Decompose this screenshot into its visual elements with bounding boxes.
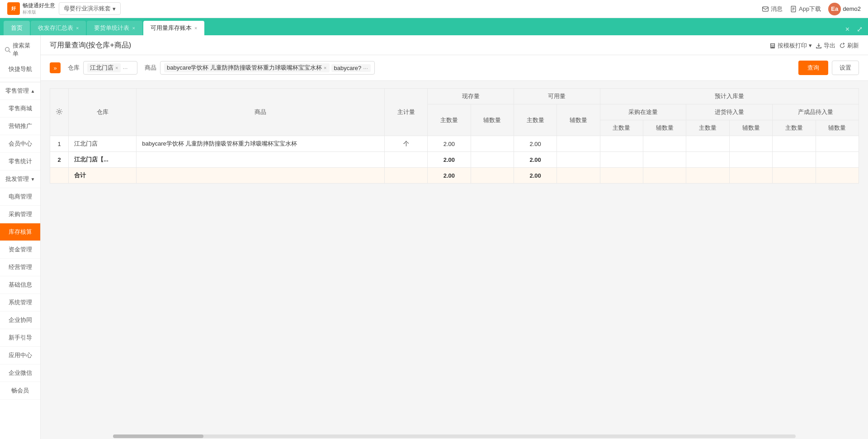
sidebar-search-button[interactable]: 搜索菜单 [0, 39, 40, 61]
col-forecast-group-header: 预计入库量 [600, 89, 859, 104]
col-goods-in-main-header: 主数量 [686, 120, 729, 136]
cell-unit-2 [384, 152, 427, 168]
logo-icon: 好 [7, 2, 20, 15]
sidebar-item-system[interactable]: 系统管理 [0, 294, 40, 312]
export-button[interactable]: 导出 [816, 42, 835, 50]
col-goods-inbound-header: 进货待入量 [686, 104, 773, 120]
maximize-window-button[interactable]: ⤢ [855, 25, 864, 33]
sidebar-new-guide-label: 新手引导 [9, 334, 32, 342]
sidebar-retail-mgmt-arrow: ▲ [31, 89, 35, 94]
warehouse-tag: 江北门店 × [87, 63, 121, 72]
total-avail-aux [557, 168, 600, 184]
product-tag-1-remove[interactable]: × [324, 65, 326, 71]
sidebar-vip-label: 畅会员 [11, 387, 29, 395]
total-gi-main [686, 168, 729, 184]
product-filter-group: 商品 babycare学饮杯 儿童防摔防撞吸管杯重力球吸嘴杯宝宝水杯 × bab… [145, 61, 375, 75]
cell-pur-trans-aux-1 [643, 136, 686, 152]
total-pi-main [773, 168, 816, 184]
tab-order-stats-close[interactable]: × [132, 25, 135, 31]
tab-available-stock-close[interactable]: × [194, 25, 197, 31]
refresh-button[interactable]: 刷新 [839, 42, 859, 50]
warehouse-filter-label: 仓库 [68, 64, 80, 72]
sidebar-item-enterprise[interactable]: 企业协同 [0, 312, 40, 329]
app-download-button[interactable]: App下载 [790, 5, 821, 13]
cell-avail-main-1: 2.00 [514, 136, 557, 152]
sidebar-item-purchase[interactable]: 采购管理 [0, 206, 40, 223]
scrollbar-thumb[interactable] [113, 434, 203, 438]
logo-area: 好 畅捷通好生意 标准版 [7, 2, 55, 15]
sidebar-item-wholesale-mgmt[interactable]: 批发管理 ▼ [0, 170, 40, 188]
tab-receive-summary-close[interactable]: × [76, 25, 79, 31]
template-print-button[interactable]: 按模板打印 ▾ [769, 42, 812, 50]
filter-toggle-button[interactable]: » [50, 62, 61, 73]
filter-toggle-icon: » [53, 65, 57, 71]
total-label: 合计 [69, 168, 137, 184]
tab-order-stats[interactable]: 要货单统计表 × [87, 21, 142, 35]
sidebar-app-center-label: 应用中心 [9, 351, 32, 359]
total-gi-aux [729, 168, 772, 184]
cell-pur-trans-aux-2 [643, 152, 686, 168]
warehouse-more[interactable]: ··· [123, 65, 127, 71]
col-settings [50, 89, 69, 136]
sidebar-nav: 零售管理 ▲ 零售商城 营销推广 会员中心 零售统计 批发管理 ▼ 电商管理 [0, 82, 40, 400]
sidebar-item-retail-stats[interactable]: 零售统计 [0, 153, 40, 170]
tab-receive-summary[interactable]: 收发存汇总表 × [31, 21, 86, 35]
warehouse-filter-field[interactable]: 江北门店 × ··· [83, 61, 137, 75]
cell-index-1: 1 [50, 136, 69, 152]
sidebar-item-retail-mgmt[interactable]: 零售管理 ▲ [0, 82, 40, 100]
industry-arrow-icon: ▾ [113, 5, 116, 12]
horizontal-scrollbar[interactable] [113, 434, 796, 438]
template-print-label: 按模板打印 [778, 42, 807, 50]
setting-button[interactable]: 设置 [832, 61, 859, 75]
top-bar-left: 好 畅捷通好生意 标准版 母婴行业演示账套 ▾ [7, 2, 121, 15]
sidebar-item-quick-nav[interactable]: 快捷导航 [0, 61, 40, 78]
col-purchase-transit-header: 采购在途量 [600, 104, 686, 120]
sidebar-basic-info-label: 基础信息 [9, 281, 32, 289]
product-more[interactable]: ··· [363, 65, 368, 71]
warehouse-tag-remove[interactable]: × [115, 65, 118, 71]
warehouse-tag-value: 江北门店 [90, 64, 113, 72]
sidebar-item-member-center[interactable]: 会员中心 [0, 135, 40, 153]
col-avail-main-header: 主数量 [514, 104, 557, 136]
avatar-text: Ea [831, 5, 838, 12]
product-tag-2: babycare? ··· [331, 64, 371, 72]
tab-home[interactable]: 首页 [4, 21, 30, 35]
industry-selector[interactable]: 母婴行业演示账套 ▾ [59, 2, 121, 15]
col-product-header: 商品 [137, 89, 385, 136]
sidebar-item-ecommerce[interactable]: 电商管理 [0, 188, 40, 206]
sidebar-item-basic-info[interactable]: 基础信息 [0, 276, 40, 294]
col-stock-main-header: 主数量 [428, 104, 471, 136]
sidebar-item-wechat[interactable]: 企业微信 [0, 364, 40, 382]
tab-available-stock[interactable]: 可用量库存账本 × [143, 21, 204, 35]
sidebar-enterprise-label: 企业协同 [9, 316, 32, 324]
sidebar-item-operations[interactable]: 经营管理 [0, 259, 40, 276]
username: demo2 [843, 5, 861, 12]
sidebar-ecommerce-label: 电商管理 [9, 193, 32, 201]
cell-goods-in-aux-2 [729, 152, 772, 168]
cell-avail-aux-1 [557, 136, 600, 152]
message-button[interactable]: 消息 [762, 5, 783, 13]
sidebar-item-inventory[interactable]: 库存核算 [0, 223, 40, 241]
sidebar-marketing-label: 营销推广 [9, 122, 32, 130]
sidebar-system-label: 系统管理 [9, 298, 32, 307]
sidebar-item-finance[interactable]: 资金管理 [0, 241, 40, 259]
close-window-button[interactable]: × [844, 25, 851, 33]
product-filter-field[interactable]: babycare学饮杯 儿童防摔防撞吸管杯重力球吸嘴杯宝宝水杯 × babyca… [160, 61, 375, 75]
sidebar-item-app-center[interactable]: 应用中心 [0, 347, 40, 364]
sidebar-item-marketing[interactable]: 营销推广 [0, 118, 40, 135]
query-button[interactable]: 查询 [798, 61, 828, 75]
export-label: 导出 [824, 42, 835, 50]
sidebar-item-vip[interactable]: 畅会员 [0, 382, 40, 400]
sidebar-item-new-guide[interactable]: 新手引导 [0, 329, 40, 347]
refresh-label: 刷新 [847, 42, 859, 50]
user-area[interactable]: Ea demo2 [828, 3, 861, 15]
col-available-group-header: 可用量 [514, 89, 600, 104]
nav-tabs: 首页 收发存汇总表 × 要货单统计表 × 可用量库存账本 × × ⤢ [0, 18, 868, 35]
col-warehouse-header: 仓库 [69, 89, 137, 136]
settings-icon[interactable] [56, 108, 63, 115]
sidebar-retail-stats-label: 零售统计 [9, 157, 32, 165]
svg-rect-8 [771, 47, 774, 47]
filter-buttons: 查询 设置 [798, 61, 859, 75]
total-pt-main [600, 168, 643, 184]
sidebar-item-retail-mall[interactable]: 零售商城 [0, 100, 40, 118]
